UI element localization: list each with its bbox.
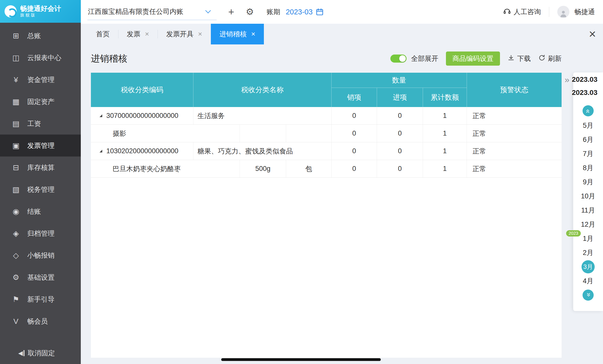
unpin-sidebar-button[interactable]: ◀ 取消固定 (0, 342, 81, 364)
download-button[interactable]: 下载 (508, 54, 531, 63)
cell-total-qty: 1 (423, 125, 467, 142)
calendar-icon[interactable] (316, 8, 324, 16)
sidebar-item-closing[interactable]: ◉结账 (0, 200, 81, 222)
sidebar-item-tax[interactable]: ▧税务管理 (0, 178, 81, 200)
header-tax-code: 税收分类编码 (91, 73, 193, 107)
cell-unit (286, 125, 332, 142)
tab-close-icon[interactable]: × (145, 31, 149, 38)
sidebar-item-inventory[interactable]: ⊟库存核算 (0, 157, 81, 178)
collapse-panel-icon[interactable]: » (565, 75, 569, 84)
header-total: 累计数额 (423, 88, 467, 107)
product-code-settings-button[interactable]: 商品编码设置 (446, 51, 500, 66)
header-status: 预警状态 (467, 73, 562, 107)
add-account-button[interactable]: + (228, 7, 234, 17)
main-area: 江西服宝精品有限责任公司内账 + ⚙ 账期 2023-03 (81, 0, 603, 364)
sidebar-item-member[interactable]: V畅会员 (0, 310, 81, 332)
cell-status: 正常 (467, 125, 562, 142)
tab-invoice-issue[interactable]: 发票开具× (158, 24, 211, 44)
header-input: 进项 (377, 88, 423, 107)
current-period: 2023.03 (572, 76, 603, 83)
table-row[interactable]: 3070000000000000000生活服务001正常 (91, 107, 562, 125)
divider (549, 7, 549, 17)
sidebar-item-label: 工资 (27, 119, 41, 128)
table-body: 3070000000000000000生活服务001正常摄影001正常10302… (91, 107, 562, 178)
sidebar-item-settings[interactable]: ⚙基础设置 (0, 266, 81, 288)
month-item[interactable]: 2月 (573, 246, 603, 260)
horizontal-scrollbar[interactable] (221, 358, 381, 361)
month-item[interactable]: 11月 (573, 203, 603, 217)
refresh-button[interactable]: 刷新 (538, 54, 562, 63)
cell-status: 正常 (467, 142, 562, 160)
consult-button[interactable]: 人工咨询 (503, 7, 541, 17)
close-icon[interactable]: × (589, 28, 596, 40)
guide-icon: ⚑ (11, 295, 21, 304)
app-edition: 旗舰版 (20, 13, 61, 18)
unpin-icon: ◀ (18, 350, 24, 357)
expand-all-toggle[interactable] (390, 55, 407, 63)
month-item[interactable]: 7月 (573, 147, 603, 161)
month-item[interactable]: 4月 (573, 274, 603, 288)
sidebar-item-general-ledger[interactable]: ⊞总账 (0, 25, 81, 47)
sidebar-item-funds[interactable]: ¥资金管理 (0, 69, 81, 91)
collapse-triangle-icon[interactable] (99, 150, 102, 152)
expand-all-label: 全部展开 (411, 54, 438, 63)
period-value[interactable]: 2023-03 (286, 8, 313, 16)
period-picker-panel: 2023.03 2023.03 « 5月6月7月8月9月10月11月12月1月2… (573, 72, 603, 311)
salary-icon: ▤ (11, 119, 21, 128)
cell-output-qty: 0 (332, 160, 377, 177)
month-item[interactable]: 3月 (573, 260, 603, 274)
month-item[interactable]: 6月 (573, 133, 603, 147)
sidebar-item-reimburse[interactable]: ◇小畅报销 (0, 244, 81, 266)
sidebar-item-label: 云报表中心 (27, 53, 61, 62)
month-item[interactable]: 8月 (573, 161, 603, 175)
collapse-triangle-icon[interactable] (99, 114, 102, 117)
sidebar-item-cloud-reports[interactable]: ◫云报表中心 (0, 47, 81, 69)
scroll-up-icon[interactable]: « (583, 105, 594, 116)
month-item[interactable]: 12月 (573, 217, 603, 231)
avatar[interactable] (557, 6, 569, 18)
table-row[interactable]: 1030202000000000000糖果、巧克力、蜜饯及类似食品001正常 (91, 142, 562, 160)
tax-icon: ▧ (11, 185, 21, 194)
tab-close-icon[interactable]: × (198, 31, 202, 38)
brand-label: 畅捷通 (574, 7, 595, 16)
app-window: 畅捷通好会计 旗舰版 ⊞总账◫云报表中心¥资金管理▦固定资产▤工资▣发票管理⊟库… (0, 0, 603, 364)
cell-output-qty: 0 (332, 125, 377, 142)
tab-home[interactable]: 首页 (87, 24, 118, 44)
sidebar-item-invoice[interactable]: ▣发票管理 (0, 135, 81, 157)
table-row[interactable]: 摄影001正常 (91, 125, 562, 142)
cell-input-qty: 0 (377, 107, 423, 124)
cell-tax-code: 1030202000000000000 (91, 142, 193, 160)
cell-input-qty: 0 (377, 160, 423, 177)
sidebar-item-archive[interactable]: ◈归档管理 (0, 222, 81, 244)
sidebar: 畅捷通好会计 旗舰版 ⊞总账◫云报表中心¥资金管理▦固定资产▤工资▣发票管理⊟库… (0, 0, 81, 364)
tab-purchase-sales-audit[interactable]: 进销稽核× (211, 24, 264, 44)
tab-invoice[interactable]: 发票× (118, 24, 158, 44)
tab-label: 进销稽核 (219, 30, 247, 39)
header-output: 销项 (332, 88, 377, 107)
cell-spec: 500g (240, 160, 286, 177)
sidebar-item-fixed-assets[interactable]: ▦固定资产 (0, 91, 81, 113)
gear-icon[interactable]: ⚙ (246, 7, 254, 16)
month-item[interactable]: 10月 (573, 189, 603, 203)
table-row[interactable]: 巴旦木奶枣夹心奶酪枣500g包001正常 (91, 160, 562, 178)
report-icon: ◫ (11, 53, 21, 62)
topbar: 江西服宝精品有限责任公司内账 + ⚙ 账期 2023-03 (81, 0, 603, 24)
assets-icon: ▦ (11, 97, 21, 106)
cell-input-qty: 0 (377, 125, 423, 142)
cell-item-name: 巴旦木奶枣夹心奶酪枣 (91, 160, 240, 177)
tab-label: 发票开具 (166, 30, 193, 39)
sidebar-item-label: 资金管理 (27, 75, 55, 84)
sidebar-item-guide[interactable]: ⚑新手引导 (0, 288, 81, 310)
selected-period[interactable]: 2023.03 (572, 89, 603, 96)
company-selector[interactable]: 江西服宝精品有限责任公司内账 (87, 4, 217, 20)
cell-tax-name: 生活服务 (193, 107, 332, 124)
scroll-down-icon[interactable]: « (583, 290, 594, 301)
company-name: 江西服宝精品有限责任公司内账 (88, 7, 183, 16)
tab-close-icon[interactable]: × (251, 31, 255, 38)
month-item[interactable]: 9月 (573, 175, 603, 189)
tab-label: 首页 (96, 30, 110, 39)
page-title: 进销稽核 (91, 53, 127, 65)
sidebar-item-payroll[interactable]: ▤工资 (0, 113, 81, 135)
month-item[interactable]: 5月 (573, 118, 603, 133)
cell-output-qty: 0 (332, 107, 377, 124)
